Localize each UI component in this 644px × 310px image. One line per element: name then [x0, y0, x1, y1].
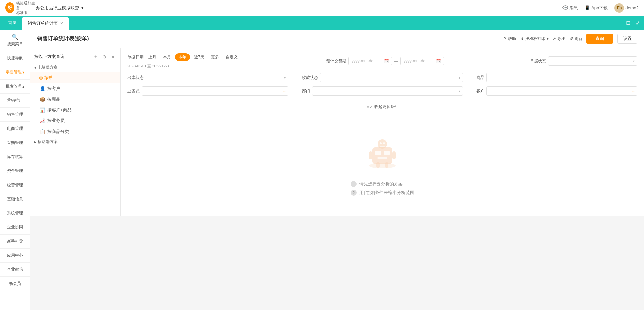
- sidebar-item-system[interactable]: 系统管理: [0, 206, 30, 220]
- tab-maximize-icon[interactable]: ⤢: [634, 18, 641, 28]
- customer-wrap: ···: [486, 86, 637, 96]
- marketing-label: 营销推广: [7, 98, 23, 103]
- date-filter-btns: 上月 本月 本年 近7天 更多 自定义: [146, 53, 240, 61]
- ship-status-wrap: ▾: [146, 73, 288, 82]
- scheme-item-by-order[interactable]: 按单: [30, 72, 120, 83]
- add-scheme-icon[interactable]: ＋: [92, 53, 99, 60]
- salesperson-icon: 📈: [40, 118, 45, 123]
- tab-sales-stat[interactable]: 销售订单统计表 ✕: [22, 17, 69, 30]
- department-select[interactable]: [312, 86, 463, 96]
- user-profile[interactable]: Ea demo2: [614, 3, 639, 13]
- help-label: 帮助: [508, 36, 516, 42]
- corp-label: 企业协同: [7, 224, 23, 230]
- template-print-btn[interactable]: 🖨 按模板打印 ▾: [520, 36, 549, 42]
- messages-icon: 💬: [562, 5, 568, 10]
- scheme-panel-header: 按以下方案查询 ＋ ⊙ «: [30, 52, 120, 63]
- purchase-label: 采购管理: [7, 140, 23, 146]
- date-field: 单据日期 上月 本月 本年 近7天 更多 自定义 2023: [127, 53, 240, 69]
- last7days-btn[interactable]: 近7天: [191, 53, 207, 61]
- sidebar-item-marketing[interactable]: 营销推广: [0, 94, 30, 108]
- collection-status-select[interactable]: [320, 73, 463, 82]
- sidebar-item-basic[interactable]: 基础信息: [0, 192, 30, 206]
- ship-status-label: 出库状态: [127, 75, 144, 81]
- refresh-btn[interactable]: ↺ 刷新: [570, 36, 582, 42]
- ship-status-field: 出库状态 ▾: [127, 73, 288, 82]
- custom-btn[interactable]: 自定义: [223, 53, 240, 61]
- doc-status-label: 单据状态: [530, 58, 546, 64]
- salesperson-input[interactable]: [142, 86, 288, 96]
- app-download-btn[interactable]: 📱 App下载: [585, 5, 608, 11]
- expected-date-from[interactable]: yyyy-mm-dd 📅: [348, 57, 392, 65]
- scheme-panel: 按以下方案查询 ＋ ⊙ « ▾ 电脑端方案 按单: [30, 48, 121, 216]
- this-year-btn[interactable]: 本年: [175, 53, 190, 61]
- sidebar-item-newbie[interactable]: 新手引导: [0, 235, 30, 249]
- main-content: 销售订单统计表(按单) ? 帮助 🖨 按模板打印 ▾ ↗ 导出 ↺ 刷新: [30, 30, 644, 310]
- page-header: 销售订单统计表(按单) ? 帮助 🖨 按模板打印 ▾ ↗ 导出 ↺ 刷新: [30, 30, 644, 48]
- scheme-item-by-salesperson[interactable]: 📈 按业务员: [30, 115, 120, 126]
- help-btn[interactable]: ? 帮助: [504, 36, 516, 42]
- ship-status-select[interactable]: [146, 73, 288, 82]
- tab-restore-icon[interactable]: ⊡: [625, 18, 632, 28]
- scheme-item-by-customer[interactable]: 👤 按客户: [30, 83, 120, 94]
- sidebar: 🔍 搜索菜单 快捷导航 零售管理 ▾ 批发管理 ▴ 营销推广 销售管理 电商管理…: [0, 30, 30, 310]
- expected-date-field: 预计交货期 yyyy-mm-dd 📅 — yyyy-mm-dd 📅: [326, 57, 444, 65]
- empty-tips: 1 请先选择要分析的方案 2 用[过滤]条件来缩小分析范围: [351, 181, 414, 196]
- tip-2-label: 用[过滤]条件来缩小分析范围: [359, 190, 414, 196]
- sidebar-item-corp[interactable]: 企业协同: [0, 220, 30, 235]
- sidebar-item-sales[interactable]: 销售管理: [0, 108, 30, 122]
- doc-status-select[interactable]: [548, 56, 637, 66]
- scheme-panel-icons: ＋ ⊙ «: [92, 53, 116, 60]
- sidebar-item-appstore[interactable]: 应用中心: [0, 249, 30, 263]
- app-selector-label: 办公用品行业模拟账套: [36, 5, 79, 11]
- svg-rect-2: [375, 151, 381, 155]
- svg-rect-3: [384, 151, 390, 155]
- sidebar-search-label: 搜索菜单: [7, 41, 23, 47]
- svg-rect-1: [372, 147, 392, 164]
- salesperson-label: 业务员: [127, 88, 140, 94]
- mobile-scheme-section[interactable]: ▸ 移动端方案: [30, 137, 120, 147]
- sidebar-item-inventory[interactable]: 库存核算: [0, 150, 30, 164]
- tab-home[interactable]: 首页: [3, 16, 22, 30]
- svg-rect-12: [380, 146, 385, 147]
- sidebar-item-quicknav[interactable]: 快捷导航: [0, 51, 30, 65]
- sidebar-item-member[interactable]: 畅会员: [0, 277, 30, 291]
- pc-scheme-section[interactable]: ▾ 电脑端方案: [30, 63, 120, 72]
- print-icon: 🖨: [520, 36, 524, 41]
- tab-close-icon[interactable]: ✕: [60, 21, 63, 26]
- export-btn[interactable]: ↗ 导出: [553, 36, 566, 42]
- active-dot: [40, 76, 42, 79]
- sidebar-item-search[interactable]: 🔍 搜索菜单: [0, 30, 30, 51]
- mobile-scheme-label: 移动端方案: [38, 139, 58, 145]
- sidebar-item-finance[interactable]: 资金管理: [0, 164, 30, 178]
- product-label: 商品: [476, 75, 484, 81]
- sidebar-item-wholesale[interactable]: 批发管理 ▴: [0, 80, 30, 94]
- quicknav-label: 快捷导航: [7, 55, 23, 61]
- scheme-item-by-product[interactable]: 📦 按商品: [30, 94, 120, 105]
- customer-input[interactable]: [486, 86, 637, 96]
- sidebar-item-purchase[interactable]: 采购管理: [0, 136, 30, 150]
- scheme-item-by-cust-prod[interactable]: 📊 按客户+商品: [30, 105, 120, 115]
- doc-status-select-wrap: ▾: [548, 56, 637, 66]
- messages-btn[interactable]: 💬 消息: [562, 5, 578, 11]
- app-selector[interactable]: 办公用品行业模拟账套 ▾: [36, 5, 562, 11]
- expected-date-to[interactable]: yyyy-mm-dd 📅: [400, 57, 444, 65]
- product-input[interactable]: [486, 73, 637, 82]
- more-btn[interactable]: 更多: [208, 53, 222, 61]
- query-button[interactable]: 查询: [586, 34, 613, 44]
- settings-scheme-icon[interactable]: ⊙: [101, 53, 108, 60]
- tab-home-label: 首页: [8, 20, 17, 26]
- sidebar-item-ecommerce[interactable]: 电商管理: [0, 122, 30, 136]
- expected-date-label: 预计交货期: [326, 58, 346, 64]
- collapse-row[interactable]: ∧∧ 收起更多条件: [121, 100, 644, 114]
- collapse-scheme-icon[interactable]: «: [110, 53, 116, 60]
- sidebar-item-wecom[interactable]: 企业微信: [0, 263, 30, 277]
- settings-button[interactable]: 设置: [617, 34, 637, 44]
- collection-status-label: 收款状态: [302, 75, 318, 81]
- last-month-btn[interactable]: 上月: [146, 53, 159, 61]
- scheme-item-by-category[interactable]: 📋 按商品分类: [30, 126, 120, 137]
- this-month-btn[interactable]: 本月: [160, 53, 174, 61]
- svg-point-9: [378, 139, 387, 149]
- sidebar-item-retail[interactable]: 零售管理 ▾: [0, 65, 30, 80]
- sidebar-item-operations[interactable]: 经营管理: [0, 178, 30, 192]
- collapse-icon: ∧∧: [366, 104, 374, 109]
